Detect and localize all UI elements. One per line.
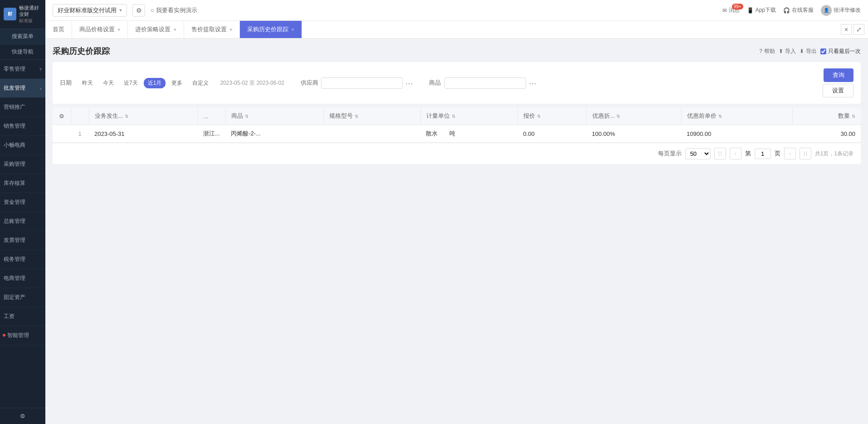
tab-close-button[interactable]: × [841, 24, 852, 35]
per-page-select[interactable]: 50 20 100 200 [685, 148, 711, 159]
th-discount[interactable]: 优惠折... ⇅ [586, 107, 681, 125]
product-input[interactable] [444, 77, 526, 89]
query-button[interactable]: 查询 [824, 68, 853, 82]
page-input[interactable] [755, 149, 771, 159]
page-last-button[interactable]: ⟩⟩ [800, 148, 811, 159]
chevron-down-icon: ▾ [119, 7, 122, 13]
tab-close-icon[interactable]: × [117, 27, 120, 32]
date-btn-yesterday[interactable]: 昨天 [78, 78, 97, 88]
sidebar-item-label: 电商管理 [4, 275, 25, 282]
sidebar-item-salary[interactable]: 工资 [0, 307, 45, 326]
app-logo-icon: 财 [4, 8, 16, 20]
sidebar-item-retail[interactable]: 零售管理 ▾ [0, 60, 45, 79]
message-button[interactable]: ✉ 消息 99+ [722, 6, 740, 14]
sort-icon: ⇅ [245, 114, 249, 119]
online-service-button[interactable]: 🎧 在线客服 [783, 6, 814, 14]
page-next-button[interactable]: › [784, 148, 796, 159]
sidebar-quicknav[interactable]: 快捷导航 [0, 44, 45, 60]
sidebar-item-purchase[interactable]: 采购管理 [0, 155, 45, 174]
user-menu-button[interactable]: 👤 徐泽华修改 [821, 5, 861, 16]
demo-button[interactable]: ○ 我要看实例演示 [151, 6, 197, 14]
tab-close-icon[interactable]: × [291, 27, 294, 32]
settings-button[interactable]: ⚙ [132, 4, 145, 17]
th-biz-date[interactable]: 业务发生... ⇅ [89, 107, 198, 125]
sidebar-search[interactable]: 搜索菜单 [0, 29, 45, 44]
date-btn-today[interactable]: 今天 [99, 78, 118, 88]
sidebar-item-label: 库存核算 [4, 179, 25, 187]
product-more-icon[interactable]: ··· [529, 78, 536, 87]
only-last-checkbox[interactable] [820, 48, 826, 54]
tab-sale-extract[interactable]: 售价提取设置 × [184, 21, 240, 38]
sidebar-item-ai[interactable]: 智能管理 [0, 326, 45, 345]
supplier-more-icon[interactable]: ··· [405, 78, 413, 87]
sidebar: 财 畅捷通好业财 标准版 搜索菜单 快捷导航 零售管理 ▾ 批发管理 ▴ 营销推… [0, 0, 45, 424]
filter-area: 日期 昨天 今天 近7天 近1月 更多 自定义 2023-05-02 至 202… [53, 62, 861, 104]
sidebar-item-marketing[interactable]: 营销推广 [0, 98, 45, 117]
edition-label: 好业财标准版交付试用 [58, 6, 117, 14]
sidebar-item-inventory[interactable]: 库存核算 [0, 174, 45, 193]
page-first-button[interactable]: ⟨⟨ [714, 148, 726, 159]
sidebar-item-invoice[interactable]: 发票管理 [0, 231, 45, 250]
sidebar-item-label: 资金管理 [4, 198, 25, 206]
tab-purchase-history[interactable]: 采购历史价跟踪 × [240, 21, 302, 38]
date-btn-1month[interactable]: 近1月 [144, 78, 166, 88]
sidebar-settings[interactable]: ⚙ [0, 408, 45, 424]
import-button[interactable]: ⬆ 导入 [779, 48, 796, 55]
page-content: 采购历史价跟踪 ? 帮助 ⬆ 导入 ⬇ 导出 只看最后一次 [45, 39, 868, 424]
th-quote[interactable]: 报价 ⇅ [517, 107, 586, 125]
tab-label: 采购历史价跟踪 [247, 25, 288, 34]
demo-icon: ○ [151, 7, 154, 14]
tab-purchase-strategy[interactable]: 进价策略设置 × [128, 21, 184, 38]
sidebar-item-tax[interactable]: 税务管理 [0, 250, 45, 269]
tab-label: 进价策略设置 [135, 25, 171, 34]
help-button[interactable]: ? 帮助 [759, 48, 775, 55]
sidebar-item-fixed-assets[interactable]: 固定资产 [0, 288, 45, 307]
settings-icon: ⚙ [20, 413, 25, 419]
date-btn-more[interactable]: 更多 [167, 78, 186, 88]
sidebar-item-finance[interactable]: 资金管理 [0, 193, 45, 212]
headset-icon: 🎧 [783, 7, 790, 14]
td-num: 1 [71, 125, 89, 143]
gear-icon[interactable]: ⚙ [59, 113, 64, 120]
sidebar-item-wholesale[interactable]: 批发管理 ▴ [0, 79, 45, 98]
th-qty[interactable]: 数量 ⇅ [793, 107, 861, 125]
tab-close-icon[interactable]: × [229, 27, 232, 32]
sidebar-item-label: 工资 [4, 313, 15, 320]
sidebar-item-ecommerce-small[interactable]: 小畅电商 [0, 136, 45, 155]
product-edition-selector[interactable]: 好业财标准版交付试用 ▾ [53, 4, 127, 17]
supplier-input[interactable] [321, 77, 403, 89]
supplier-label: 供应商 [301, 79, 318, 87]
sidebar-item-ecommerce[interactable]: 电商管理 [0, 269, 45, 288]
app-download-button[interactable]: 📱 App下载 [747, 6, 776, 14]
data-table-container: ⚙ 业务发生... ⇅ ... [53, 107, 861, 164]
td-quote: 0.00 [517, 125, 586, 143]
filter-setting-button[interactable]: 设置 [823, 84, 853, 97]
page-prev-button[interactable]: ‹ [730, 148, 741, 159]
tab-home[interactable]: 首页 [45, 21, 72, 38]
th-product[interactable]: 商品 ⇅ [225, 107, 323, 125]
th-spec[interactable]: 规格型号 ⇅ [323, 107, 420, 125]
chevron-up-icon: ▴ [39, 86, 42, 91]
th-pre-discount-price[interactable]: 优惠前单价 ⇅ [681, 107, 792, 125]
product-label: 商品 [429, 79, 442, 87]
app-name: 畅捷通好业财 标准版 [19, 5, 42, 24]
tab-label: 商品价格设置 [79, 25, 115, 34]
th-unit[interactable]: 计量单位 ⇅ [420, 107, 517, 125]
sidebar-item-label: 营销推广 [4, 103, 25, 111]
tab-expand-button[interactable]: ⤢ [853, 24, 864, 35]
sidebar-item-ledger[interactable]: 总账管理 [0, 212, 45, 231]
date-btn-custom[interactable]: 自定义 [188, 78, 213, 88]
date-btn-7days[interactable]: 近7天 [120, 78, 142, 88]
tab-label: 首页 [53, 25, 64, 34]
sidebar-item-sales[interactable]: 销售管理 [0, 117, 45, 136]
phone-icon: 📱 [747, 7, 754, 14]
th-more[interactable]: ... [198, 107, 225, 125]
td-product: 丙烯酸-2-... [225, 125, 323, 143]
export-button[interactable]: ⬇ 导出 [800, 48, 817, 55]
supplier-filter-group: 供应商 ··· [301, 77, 413, 89]
tab-product-price[interactable]: 商品价格设置 × [72, 21, 128, 38]
avatar: 👤 [821, 5, 832, 16]
table-row: 1 2023-05-31 浙江... 丙烯酸-2-... 散水 吨 0.00 1… [53, 125, 861, 143]
sort-icon: ⇅ [125, 114, 128, 119]
tab-close-icon[interactable]: × [173, 27, 176, 32]
